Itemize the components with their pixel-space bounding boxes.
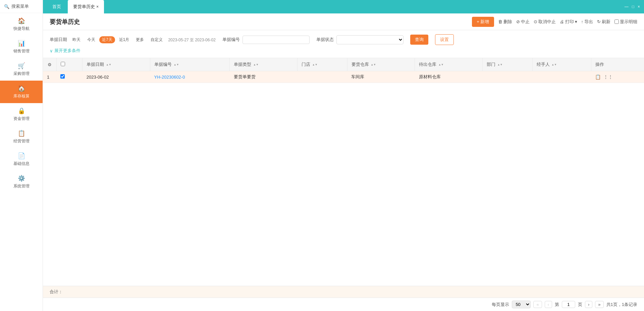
date-range-display: 2023-05-27 至 2023-06-02 — [168, 37, 215, 43]
tab-close-icon[interactable]: × — [96, 4, 99, 9]
refresh-label: 刷新 — [602, 19, 610, 25]
next-page-button[interactable]: › — [585, 301, 592, 308]
th-store-label: 门店 — [302, 62, 310, 67]
expand-filter-button[interactable]: ∨ 展开更多条件 — [50, 48, 637, 54]
page-header: 要货单历史 + 新增 🗑 删除 ⊘ 中止 ⊙ 取消中止 🖨 打印 — [43, 13, 644, 30]
order-no-link[interactable]: YH-20230602-0 — [154, 75, 185, 80]
cell-no: YH-20230602-0 — [150, 71, 230, 83]
row-more-icon[interactable]: ⋮⋮ — [603, 74, 613, 80]
sidebar-item-label: 快捷导航 — [13, 26, 30, 32]
sidebar-search[interactable]: 🔍 搜索菜单 — [0, 0, 43, 13]
sidebar-item-operations[interactable]: 📋 经营管理 — [0, 126, 43, 148]
expand-filter-label: 展开更多条件 — [54, 48, 80, 54]
filter-bar: 单据日期 昨天 今天 近7天 近1月 更多 自定义 2023-05-27 至 2… — [43, 30, 644, 58]
th-type[interactable]: 单据类型 ▲▼ — [230, 58, 298, 71]
date-btn-custom[interactable]: 自定义 — [148, 36, 165, 43]
table-container: ⚙ 单据日期 ▲▼ 单据编号 ▲▼ 单据类型 ▲▼ — [43, 58, 644, 286]
th-pending-warehouse[interactable]: 待出仓库 ▲▼ — [415, 58, 483, 71]
topbar: 首页 要货单历史 × — □ × — [43, 0, 644, 13]
table-body: 1 2023-06-02 YH-20230602-0 要货单要货 车间库 原材料… — [43, 71, 644, 83]
tab-order-history-label: 要货单历史 — [73, 4, 95, 10]
th-dept[interactable]: 部门 ▲▼ — [483, 58, 532, 71]
row-view-icon[interactable]: 📋 — [595, 74, 601, 80]
date-btn-more[interactable]: 更多 — [133, 36, 147, 43]
sort-date-icon: ▲▼ — [106, 63, 111, 66]
lock-icon: 🔒 — [18, 107, 25, 115]
print-icon: 🖨 — [560, 19, 564, 24]
prev-page-button[interactable]: ‹ — [545, 301, 552, 308]
th-no-label: 单据编号 — [154, 62, 172, 67]
th-settings[interactable]: ⚙ — [43, 58, 56, 71]
th-req-warehouse[interactable]: 要货仓库 ▲▼ — [347, 58, 415, 71]
th-no[interactable]: 单据编号 ▲▼ — [150, 58, 230, 71]
th-req-warehouse-label: 要货仓库 — [352, 62, 369, 67]
export-icon: ↑ — [581, 19, 584, 24]
export-button[interactable]: ↑ 导出 — [581, 19, 593, 25]
main: 首页 要货单历史 × — □ × 要货单历史 + 新增 🗑 删除 ⊘ — [43, 0, 644, 311]
sort-type-icon: ▲▼ — [253, 63, 259, 66]
sidebar-item-sales[interactable]: 📊 销售管理 — [0, 36, 43, 58]
th-store[interactable]: 门店 ▲▼ — [298, 58, 347, 71]
order-no-filter-group: 单据编号 — [222, 36, 310, 44]
per-page-select[interactable]: 50 20 100 — [512, 301, 531, 308]
search-icon: 🔍 — [4, 4, 9, 9]
delete-button[interactable]: 🗑 删除 — [498, 19, 512, 25]
sidebar-item-system[interactable]: ⚙️ 系统管理 — [0, 171, 43, 193]
pagination: 每页显示 50 20 100 « ‹ 第 页 › » 共1页，1条记录 — [43, 298, 644, 311]
print-label: 打印 — [565, 19, 574, 25]
cell-req-warehouse: 车间库 — [347, 71, 415, 83]
th-pending-warehouse-label: 待出仓库 — [419, 62, 436, 67]
order-no-input[interactable] — [243, 36, 310, 44]
cell-store — [298, 71, 347, 83]
tab-order-history[interactable]: 要货单历史 × — [68, 0, 104, 13]
cancel-stop-label: 取消中止 — [538, 19, 556, 25]
th-date[interactable]: 单据日期 ▲▼ — [83, 58, 150, 71]
cell-index: 1 — [43, 71, 56, 83]
stop-icon: ⊘ — [516, 19, 520, 24]
query-button[interactable]: 查询 — [410, 35, 428, 45]
window-restore-icon[interactable]: □ — [632, 4, 634, 9]
table-footer: 合计： — [43, 286, 644, 298]
sort-no-icon: ▲▼ — [174, 63, 179, 66]
date-btn-1month[interactable]: 近1月 — [116, 36, 132, 43]
first-page-button[interactable]: « — [533, 301, 542, 308]
window-minimize-icon[interactable]: — — [625, 4, 629, 9]
status-select[interactable] — [336, 35, 404, 44]
refresh-button[interactable]: ↻ 刷新 — [597, 19, 610, 25]
select-all-checkbox[interactable] — [61, 62, 65, 66]
content: 要货单历史 + 新增 🗑 删除 ⊘ 中止 ⊙ 取消中止 🖨 打印 — [43, 13, 644, 311]
sidebar-item-finance[interactable]: 🔒 资金管理 — [0, 103, 43, 126]
sidebar-item-label: 销售管理 — [13, 48, 30, 54]
date-btn-7days[interactable]: 近7天 — [99, 36, 115, 43]
window-close-icon[interactable]: × — [638, 4, 640, 9]
date-btn-yesterday[interactable]: 昨天 — [70, 36, 83, 43]
row-checkbox[interactable] — [60, 74, 65, 79]
settings-button[interactable]: 设置 — [435, 34, 454, 45]
sidebar-item-label: 资金管理 — [13, 116, 30, 122]
sidebar-item-inventory[interactable]: 🏠 库存核算 — [0, 81, 43, 103]
doc-icon: 📄 — [18, 152, 25, 160]
stop-button[interactable]: ⊘ 中止 — [516, 19, 530, 25]
cancel-stop-button[interactable]: ⊙ 取消中止 — [534, 19, 556, 25]
sidebar-item-quick-nav[interactable]: 🏠 快捷导航 — [0, 13, 43, 36]
status-label: 单据状态 — [316, 37, 334, 43]
sort-pending-warehouse-icon: ▲▼ — [438, 63, 444, 66]
print-button[interactable]: 🖨 打印 ▾ — [560, 19, 577, 25]
sidebar-item-purchase[interactable]: 🛒 采购管理 — [0, 58, 43, 81]
sidebar-item-basic-info[interactable]: 📄 基础信息 — [0, 148, 43, 171]
cell-type: 要货单要货 — [230, 71, 298, 83]
new-button[interactable]: + 新增 — [472, 17, 494, 27]
th-handler[interactable]: 经手人 ▲▼ — [532, 58, 591, 71]
th-ops-label: 操作 — [595, 62, 604, 67]
page-input[interactable] — [562, 301, 575, 308]
display-detail-check[interactable] — [614, 19, 619, 24]
date-btn-today[interactable]: 今天 — [85, 36, 98, 43]
sort-handler-icon: ▲▼ — [551, 63, 557, 66]
display-detail-checkbox[interactable]: 显示明细 — [614, 19, 637, 25]
delete-icon: 🗑 — [498, 19, 502, 24]
tab-home[interactable]: 首页 — [47, 0, 66, 13]
cell-pending-warehouse: 原材料仓库 — [415, 71, 483, 83]
last-page-button[interactable]: » — [595, 301, 603, 308]
tab-home-label: 首页 — [52, 4, 61, 10]
page-actions: + 新增 🗑 删除 ⊘ 中止 ⊙ 取消中止 🖨 打印 ▾ — [472, 17, 637, 27]
